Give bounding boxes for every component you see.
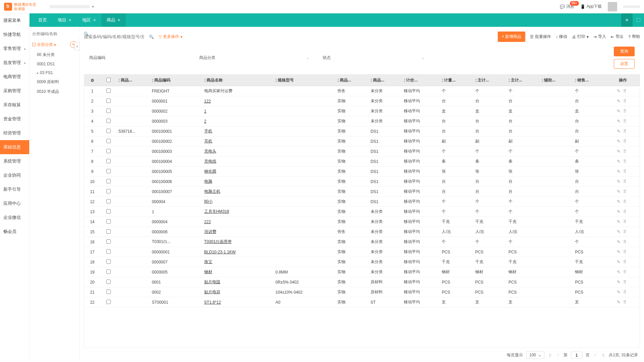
- edit-icon[interactable]: ✎: [617, 209, 621, 214]
- workspace-tab[interactable]: 地区✕: [77, 13, 101, 27]
- edit-icon[interactable]: ✎: [617, 239, 621, 244]
- product-name-link[interactable]: 充电线: [204, 159, 216, 164]
- category-search-input[interactable]: [32, 32, 83, 36]
- sidebar-item[interactable]: 企业协同: [0, 168, 29, 182]
- more-filters-toggle[interactable]: ▽ 更多操作 ▾: [159, 34, 182, 40]
- query-button[interactable]: 查询: [614, 47, 635, 56]
- category-tree-item[interactable]: 0009 原材料: [32, 77, 77, 87]
- more-icon[interactable]: ⠿: [623, 290, 627, 295]
- col-u2[interactable]: ▴▾主计...: [506, 75, 540, 86]
- sidebar-item[interactable]: 批发管理▸: [0, 56, 29, 70]
- workspace-tab[interactable]: 项目✕: [52, 13, 77, 27]
- row-checkbox[interactable]: [106, 199, 111, 203]
- col-aux[interactable]: ▴▾辅助...: [540, 75, 573, 86]
- tab-fullscreen-button[interactable]: ⛶: [633, 13, 644, 27]
- row-checkbox[interactable]: [106, 259, 111, 264]
- more-icon[interactable]: ⠿: [623, 129, 627, 134]
- all-categories-link[interactable]: 全部分类: [37, 42, 53, 48]
- row-checkbox[interactable]: [106, 239, 111, 244]
- prev-page-button[interactable]: ‹: [556, 353, 560, 357]
- product-name-link[interactable]: 手机: [204, 129, 212, 133]
- sidebar-item[interactable]: 电商管理: [0, 70, 29, 84]
- product-name-link[interactable]: 耳机: [204, 139, 212, 143]
- close-icon[interactable]: ✕: [93, 18, 96, 22]
- last-page-button[interactable]: ›|: [600, 353, 605, 357]
- more-icon[interactable]: ⠿: [623, 269, 627, 275]
- print-button[interactable]: 🖨打印▾: [572, 34, 589, 40]
- more-icon[interactable]: ⠿: [623, 139, 627, 144]
- edit-icon[interactable]: ✎: [617, 300, 621, 305]
- edit-icon[interactable]: ✎: [617, 179, 621, 184]
- product-name-link[interactable]: 钢化膜: [204, 169, 216, 174]
- product-name-link[interactable]: 90小: [204, 199, 213, 204]
- close-icon[interactable]: ✕: [117, 18, 120, 22]
- filter-code-input[interactable]: [112, 54, 186, 62]
- product-name-link[interactable]: 2: [204, 119, 207, 124]
- product-name-link[interactable]: 工具车HM318: [204, 209, 229, 214]
- edit-icon[interactable]: ✎: [617, 169, 621, 174]
- category-tree-item[interactable]: 0010 半成品: [32, 87, 77, 97]
- row-checkbox[interactable]: [106, 219, 111, 224]
- edit-icon[interactable]: ✎: [617, 280, 621, 285]
- sidebar-item[interactable]: 快捷导航: [0, 27, 29, 42]
- product-name-link[interactable]: 电脑主机: [204, 189, 220, 194]
- select-all-checkbox[interactable]: [106, 78, 111, 82]
- messages-link[interactable]: 💬 消息 99+: [560, 4, 574, 9]
- edit-icon[interactable]: ✎: [617, 99, 621, 104]
- row-checkbox[interactable]: [106, 149, 111, 153]
- row-checkbox[interactable]: [106, 249, 111, 254]
- edit-icon[interactable]: ✎: [617, 269, 621, 275]
- sidebar-item[interactable]: 库存核算: [0, 98, 29, 112]
- product-name-link[interactable]: 充电头: [204, 149, 216, 154]
- col-prop1[interactable]: ▴▾商品...: [335, 75, 369, 86]
- more-icon[interactable]: ⠿: [623, 239, 627, 244]
- edit-icon[interactable]: ✎: [617, 259, 621, 264]
- col-spec[interactable]: ▴▾规格型号: [273, 75, 335, 86]
- row-checkbox[interactable]: [106, 99, 111, 103]
- products-table-wrap[interactable]: ⚙ ▴▾商品... ▴▾商品编码 ▴▾商品名称 ▴▾规格型号 ▴▾商品... ▴…: [84, 74, 640, 348]
- row-checkbox[interactable]: [106, 88, 111, 93]
- edit-icon[interactable]: ✎: [617, 139, 621, 144]
- row-checkbox[interactable]: [106, 169, 111, 173]
- product-name-link[interactable]: 钢材: [204, 269, 212, 274]
- more-icon[interactable]: ⠿: [623, 209, 627, 214]
- edit-icon[interactable]: ✎: [617, 129, 621, 134]
- more-icon[interactable]: ⠿: [623, 88, 627, 94]
- row-checkbox[interactable]: [106, 280, 111, 284]
- category-tree-item[interactable]: 00 未分类: [32, 50, 77, 60]
- product-name-link[interactable]: 珠宝: [204, 259, 212, 264]
- edit-icon[interactable]: ✎: [617, 159, 621, 164]
- row-checkbox[interactable]: [106, 189, 111, 193]
- edit-icon[interactable]: ✎: [617, 149, 621, 154]
- more-icon[interactable]: ⠿: [623, 300, 627, 305]
- product-name-link[interactable]: 培训费: [204, 229, 216, 234]
- add-product-button[interactable]: + 新增商品: [498, 32, 525, 42]
- row-checkbox[interactable]: [106, 209, 111, 214]
- edit-icon[interactable]: ✎: [617, 290, 621, 295]
- page-input[interactable]: [571, 352, 582, 359]
- more-icon[interactable]: ⠿: [623, 149, 627, 154]
- more-icon[interactable]: ⠿: [623, 249, 627, 254]
- edit-icon[interactable]: ✎: [617, 199, 621, 204]
- product-name-link[interactable]: BLD10-23-1.1KW: [204, 250, 236, 254]
- search-icon[interactable]: 🔍: [84, 32, 89, 36]
- sidebar-item[interactable]: 经营管理: [0, 126, 29, 140]
- more-icon[interactable]: ⠿: [623, 219, 627, 224]
- workspace-tab[interactable]: 商品✕: [101, 13, 126, 27]
- org-selector[interactable]: ▾: [50, 4, 94, 9]
- product-name-link[interactable]: 222: [204, 220, 211, 224]
- col-settings[interactable]: ⚙: [84, 75, 100, 86]
- row-checkbox[interactable]: [106, 129, 111, 133]
- close-icon[interactable]: ✕: [68, 18, 71, 22]
- col-u1[interactable]: ▴▾主计...: [473, 75, 506, 86]
- move-button[interactable]: ↕移动: [556, 34, 567, 40]
- more-icon[interactable]: ⠿: [623, 229, 627, 234]
- product-name-link[interactable]: 贴片电容: [204, 290, 220, 294]
- filter-settings-button[interactable]: 设置: [614, 59, 635, 69]
- col-name[interactable]: ▴▾商品名称: [202, 75, 274, 86]
- sidebar-item[interactable]: 零售管理▸: [0, 42, 29, 56]
- product-name-link[interactable]: 贴片电阻: [204, 280, 220, 284]
- row-checkbox[interactable]: [106, 269, 111, 274]
- help-button[interactable]: ?帮助: [628, 34, 640, 40]
- category-tree-item[interactable]: 03 FS1: [32, 68, 77, 77]
